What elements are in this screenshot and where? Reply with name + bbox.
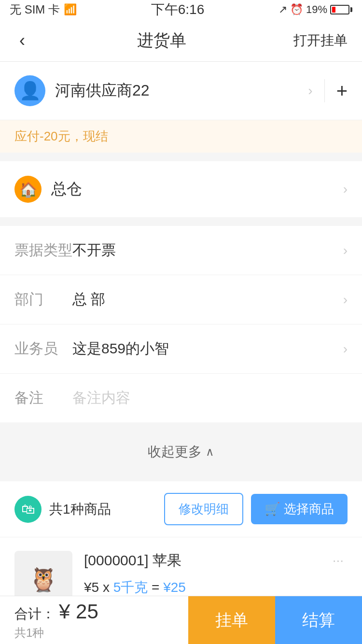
open-hang-button[interactable]: 打开挂单: [293, 31, 348, 50]
remark-row[interactable]: 备注 备注内容: [0, 374, 362, 422]
department-value: 总 部: [72, 290, 343, 309]
total-count: 共1种: [14, 625, 174, 641]
warehouse-icon: 🏠: [14, 176, 42, 203]
invoice-type-value: 不开票: [72, 240, 343, 260]
owl-logo-icon: 🦉: [29, 566, 58, 593]
salesperson-row[interactable]: 业务员 这是859的小智 ›: [0, 324, 362, 374]
battery-percent: 19%: [306, 3, 327, 16]
alarm-icon: ⏰: [290, 3, 303, 16]
add-button[interactable]: +: [336, 80, 348, 102]
chevron-right-icon: ›: [343, 182, 348, 197]
nav-bar: ‹ 进货单 打开挂单: [0, 19, 362, 62]
more-options-button[interactable]: ···: [329, 551, 348, 570]
status-time: 下午6:16: [151, 0, 205, 19]
salesperson-label: 业务员: [14, 339, 72, 359]
total-value: ¥25: [163, 580, 186, 595]
supplier-name: 河南供应商22: [55, 80, 308, 101]
total-amount: ¥ 25: [59, 600, 98, 623]
product-info: [0000001] 苹果 ¥5 x 5千克 = ¥25: [84, 551, 329, 597]
user-icon: 👤: [19, 81, 41, 101]
wifi-icon: 📶: [64, 3, 77, 16]
main-content: 👤 河南供应商22 › + 应付-20元，现结 🏠 总仓 › 票据类型 不开票 …: [0, 62, 362, 644]
notice-bar: 应付-20元，现结: [0, 120, 362, 153]
invoice-type-label: 票据类型: [14, 240, 72, 260]
collapse-toggle[interactable]: 收起更多 ∧: [0, 431, 362, 473]
department-row[interactable]: 部门 总 部 ›: [0, 275, 362, 324]
total-section: 合计： ¥ 25 共1种: [0, 600, 188, 641]
supplier-row[interactable]: 👤 河南供应商22 › +: [0, 62, 362, 120]
supplier-avatar: 👤: [14, 75, 45, 106]
select-product-button[interactable]: 🛒 选择商品: [251, 494, 348, 524]
bottom-bar: 合计： ¥ 25 共1种 挂单 结算: [0, 596, 362, 644]
salesperson-value: 这是859的小智: [72, 339, 343, 359]
chevron-right-icon: ›: [343, 292, 348, 308]
status-right: ↗ ⏰ 19%: [278, 3, 352, 16]
status-bar: 无 SIM 卡 📶 下午6:16 ↗ ⏰ 19%: [0, 0, 362, 19]
bag-icon: 🛍: [21, 501, 35, 517]
home-icon: 🏠: [19, 181, 37, 198]
warehouse-card: 🏠 总仓 ›: [0, 161, 362, 217]
chevron-right-icon: ›: [308, 83, 312, 98]
checkout-button[interactable]: 结算: [275, 596, 362, 644]
chevron-up-icon: ∧: [206, 445, 214, 459]
chevron-right-icon: ›: [343, 243, 348, 258]
back-button[interactable]: ‹: [14, 26, 30, 56]
carrier-label: 无 SIM 卡: [10, 2, 60, 17]
vertical-divider: [324, 79, 325, 102]
product-price: ¥5 x 5千克 = ¥25: [84, 578, 329, 597]
cart-icon: 🛒: [265, 502, 280, 517]
warehouse-name: 总仓: [51, 179, 343, 200]
modify-detail-button[interactable]: 修改明细: [164, 493, 243, 525]
product-count: 共1种商品: [49, 500, 164, 518]
quantity-value: 5千克: [113, 580, 148, 595]
product-header: 🛍 共1种商品 修改明细 🛒 选择商品: [0, 481, 362, 537]
form-card: 票据类型 不开票 › 部门 总 部 › 业务员 这是859的小智 › 备注 备注…: [0, 226, 362, 422]
remark-label: 备注: [14, 388, 72, 408]
hang-button[interactable]: 挂单: [188, 596, 275, 644]
notice-text: 应付-20元，现结: [14, 129, 108, 143]
product-icon: 🛍: [14, 496, 42, 523]
product-title: 苹果: [153, 552, 181, 568]
battery-icon: [330, 5, 352, 14]
total-label: 合计：: [14, 605, 55, 623]
product-code: [0000001]: [84, 552, 153, 568]
select-product-label: 选择商品: [284, 501, 334, 518]
price-value: ¥5 x: [84, 580, 113, 595]
warehouse-row[interactable]: 🏠 总仓 ›: [0, 161, 362, 217]
equals-sign: =: [148, 580, 163, 595]
status-left: 无 SIM 卡 📶: [10, 2, 77, 17]
collapse-label: 收起更多: [148, 443, 202, 461]
department-label: 部门: [14, 290, 72, 309]
page-title: 进货单: [137, 29, 186, 52]
chevron-right-icon: ›: [343, 341, 348, 357]
location-icon: ↗: [278, 3, 287, 16]
supplier-card: 👤 河南供应商22 › + 应付-20元，现结: [0, 62, 362, 153]
remark-input[interactable]: 备注内容: [72, 388, 348, 408]
invoice-type-row[interactable]: 票据类型 不开票 ›: [0, 226, 362, 275]
product-name: [0000001] 苹果: [84, 551, 329, 571]
